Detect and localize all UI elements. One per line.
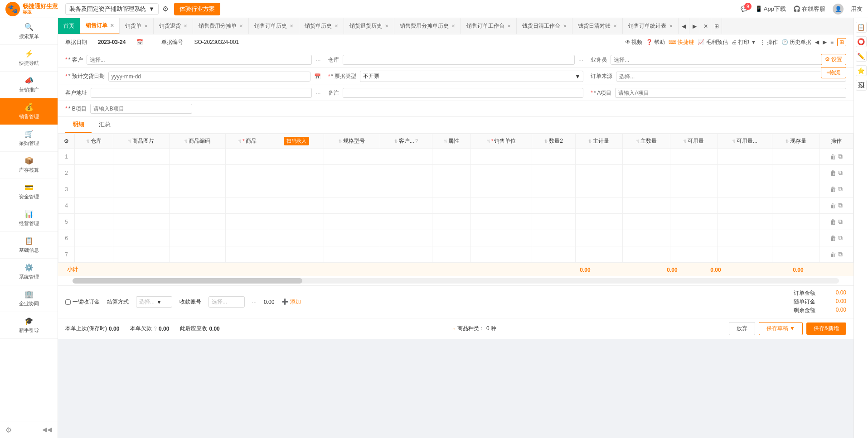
row-customer-code-2[interactable]	[380, 165, 432, 181]
sidebar-item-quick[interactable]: ⚡ 快捷导航	[0, 45, 58, 72]
help-link[interactable]: ❓ 帮助	[646, 39, 665, 46]
tab-next-btn[interactable]: ▶	[689, 18, 700, 34]
tab-detail[interactable]: 明细	[65, 117, 92, 133]
operations-link[interactable]: ⋮ 操作	[760, 39, 777, 46]
tab-close-fee-split[interactable]: ✕	[239, 24, 243, 29]
save-new-button[interactable]: 保存&新增	[806, 322, 846, 335]
delete-icon-6[interactable]: 🗑	[830, 235, 836, 242]
row-product-2[interactable]	[226, 165, 269, 181]
tab-close-order-history[interactable]: ✕	[290, 24, 293, 29]
horizontal-scrollbar[interactable]	[73, 278, 839, 284]
tab-fee-history[interactable]: 销售费用分摊单历史 ✕	[394, 18, 461, 34]
delete-icon-1[interactable]: 🗑	[830, 153, 836, 160]
delete-icon-3[interactable]: 🗑	[830, 186, 836, 193]
customer-input[interactable]	[87, 55, 312, 65]
tab-close-all-btn[interactable]: ✕	[700, 18, 711, 34]
row-main-qty-1[interactable]	[623, 149, 670, 165]
tab-cash-daily[interactable]: 钱货日清工作台 ✕	[517, 18, 572, 34]
copy-icon-6[interactable]: ⧉	[838, 234, 843, 242]
sidebar-item-purchase[interactable]: 🛒 采购管理	[0, 125, 58, 152]
tab-close-fee-history[interactable]: ✕	[451, 24, 455, 29]
tab-close-sales-stats[interactable]: ✕	[669, 24, 673, 29]
row-code-1[interactable]	[169, 149, 225, 165]
quick-collect-label[interactable]: 一键收订金	[65, 298, 100, 306]
warehouse-input[interactable]: 成品库	[343, 55, 575, 65]
tab-summary[interactable]: 汇总	[92, 117, 118, 133]
address-dots-btn[interactable]: ···	[315, 89, 321, 96]
remark-input[interactable]	[343, 88, 584, 98]
sidebar-collapse-btn[interactable]: ◀◀	[42, 426, 52, 434]
tab-close-return-history[interactable]: ✕	[335, 24, 338, 29]
quick-collect-checkbox[interactable]	[65, 299, 71, 305]
row-warehouse-2[interactable]	[75, 165, 113, 181]
username[interactable]: 用友	[851, 5, 863, 13]
sidebar-item-guide[interactable]: 🎓 新手引导	[0, 312, 58, 339]
invoice-select[interactable]: 不开票 ▼	[360, 71, 583, 82]
row-spec-1[interactable]	[324, 149, 380, 165]
right-panel-icon-2[interactable]: ⭕	[856, 36, 867, 47]
sidebar-item-sales[interactable]: 💰 销售管理	[0, 98, 58, 125]
tab-close-sales-order[interactable]: ✕	[110, 23, 114, 28]
warehouse-dots-btn[interactable]: ···	[578, 56, 584, 63]
scan-button[interactable]: 扫码录入	[284, 137, 309, 145]
row-unit-2[interactable]	[470, 165, 532, 181]
history-link[interactable]: 🕐 历史单据	[781, 39, 811, 46]
delete-icon-7[interactable]: 🗑	[830, 251, 836, 258]
online-support[interactable]: 🎧 在线客服	[793, 5, 825, 13]
copy-icon-5[interactable]: ⧉	[838, 218, 843, 226]
sidebar-item-inventory[interactable]: 📦 库存核算	[0, 152, 58, 178]
header-prev-btn[interactable]: ◀	[815, 39, 819, 45]
row-spec-2[interactable]	[324, 165, 380, 181]
date-value[interactable]: 2023-03-24	[98, 39, 126, 45]
tab-sales-return[interactable]: 销货单 ✕	[120, 18, 154, 34]
tab-cash-reconcile[interactable]: 钱货日清对账 ✕	[572, 18, 623, 34]
dots-more[interactable]: ···	[252, 299, 257, 305]
preview-link[interactable]: 👁 视频	[625, 39, 642, 46]
tab-workbench[interactable]: 销售订单工作台 ✕	[461, 18, 517, 34]
sidebar-item-marketing[interactable]: 📣 营销推广	[0, 72, 58, 98]
tab-expand-btn[interactable]: ⊞	[711, 18, 722, 34]
delivery-calendar-icon[interactable]: 📅	[314, 73, 321, 80]
settlement-select[interactable]: 选择... ▼	[136, 296, 172, 308]
header-next-btn[interactable]: ▶	[823, 39, 827, 45]
delivery-input[interactable]	[108, 72, 310, 82]
gear-col-icon[interactable]: ⚙	[64, 138, 69, 144]
tab-fee-split[interactable]: 销售费用分摊单 ✕	[193, 18, 249, 34]
tab-close-cash-reconcile[interactable]: ✕	[613, 24, 617, 29]
sidebar-item-search[interactable]: 🔍 搜索菜单	[0, 18, 58, 45]
row-main-qty-2[interactable]	[623, 165, 670, 181]
row-property-2[interactable]	[432, 165, 471, 181]
copy-icon-1[interactable]: ⧉	[838, 153, 843, 160]
calendar-icon[interactable]: 📅	[136, 39, 143, 45]
settings-gear-icon[interactable]: ⚙	[162, 5, 169, 13]
delete-icon-4[interactable]: 🗑	[830, 202, 836, 209]
tab-sales-refund[interactable]: 销货退货 ✕	[154, 18, 193, 34]
profit-link[interactable]: 📈 毛利预估	[698, 39, 727, 46]
order-source-input[interactable]	[616, 72, 846, 82]
add-item-button[interactable]: +物流	[821, 67, 846, 78]
row-warehouse-1[interactable]	[75, 149, 113, 165]
row-product-1[interactable]	[226, 149, 269, 165]
delete-icon-2[interactable]: 🗑	[830, 169, 836, 177]
copy-icon-4[interactable]: ⧉	[838, 202, 843, 209]
right-panel-icon-3[interactable]: ✏️	[856, 51, 867, 62]
copy-icon-2[interactable]: ⧉	[838, 169, 843, 177]
row-code-2[interactable]	[169, 165, 225, 181]
tab-prev-btn[interactable]: ◀	[679, 18, 689, 34]
address-input[interactable]	[91, 88, 312, 98]
tab-return-history[interactable]: 销货单历史 ✕	[299, 18, 344, 34]
header-expand-btn[interactable]: ⊞	[837, 38, 846, 46]
delete-icon-5[interactable]: 🗑	[830, 218, 836, 226]
copy-icon-3[interactable]: ⧉	[838, 185, 843, 193]
solution-button[interactable]: 体验行业方案	[174, 3, 220, 15]
system-title[interactable]: 装备及固定资产辅助管理系统 ▼	[65, 3, 159, 15]
row-qty2-1[interactable]	[532, 149, 576, 165]
print-link[interactable]: 🖨 打印 ▼	[732, 39, 756, 46]
sidebar-item-finance[interactable]: 💳 资金管理	[0, 178, 58, 205]
project-b-input[interactable]	[90, 104, 192, 114]
save-draft-button[interactable]: 保存草稿 ▼	[759, 322, 803, 335]
app-download[interactable]: 📱 App下载	[755, 5, 786, 13]
account-select[interactable]: 选择...	[209, 296, 245, 308]
tab-home[interactable]: 首页	[58, 18, 80, 34]
row-unit-1[interactable]	[470, 149, 532, 165]
